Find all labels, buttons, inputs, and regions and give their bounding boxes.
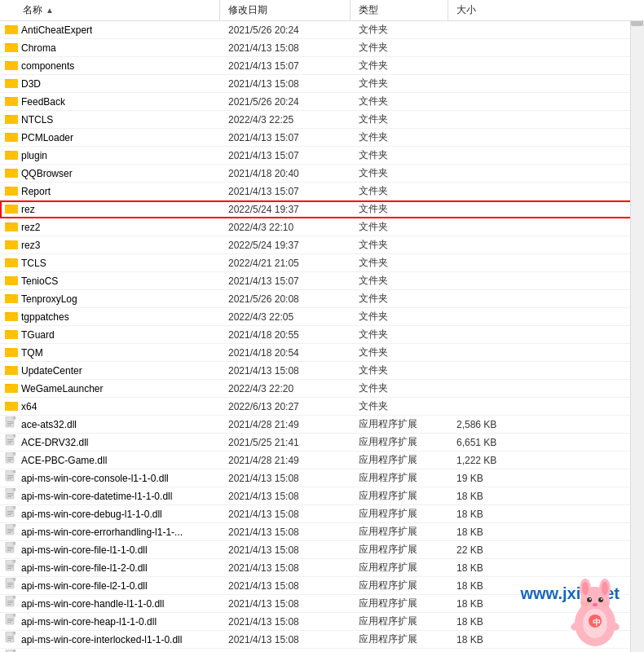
- col-name-header[interactable]: 名称 ▲: [0, 0, 220, 20]
- table-header: 名称 ▲ 修改日期 类型 大小: [0, 0, 644, 21]
- cell-date: 2021/4/13 15:07: [220, 150, 351, 161]
- col-type-header[interactable]: 类型: [351, 0, 448, 20]
- file-name-label: TenproxyLog: [21, 293, 77, 305]
- table-row[interactable]: PCMLoader 2021/4/13 15:07 文件夹: [0, 129, 644, 147]
- file-name-label: Report: [21, 186, 51, 197]
- cell-size: 2,586 KB: [448, 419, 644, 430]
- svg-point-127: [589, 598, 591, 600]
- cell-type: 文件夹: [351, 202, 448, 216]
- cell-size: 18 KB: [448, 491, 644, 502]
- file-name-label: ACE-DRV32.dll: [21, 437, 88, 448]
- file-name-label: api-ms-win-core-debug-l1-1-0.dll: [21, 509, 162, 520]
- file-name-label: api-ms-win-core-file-l1-2-0.dll: [21, 562, 148, 574]
- cell-date: 2021/4/13 15:08: [220, 78, 351, 90]
- cell-name: ACE-PBC-Game.dll: [0, 452, 220, 469]
- file-icon: [5, 560, 18, 575]
- file-icon: [5, 578, 18, 593]
- folder-icon: [5, 166, 18, 180]
- svg-point-126: [598, 597, 603, 602]
- svg-rect-48: [7, 425, 11, 425]
- table-row[interactable]: TGuard 2021/4/18 20:55 文件夹: [0, 326, 644, 344]
- table-row[interactable]: TenioCS 2021/4/13 15:07 文件夹: [0, 272, 644, 290]
- cell-name: WeGameLauncher: [0, 380, 220, 397]
- cell-date: 2022/4/21 21:05: [220, 258, 351, 269]
- file-name-label: plugin: [21, 150, 47, 161]
- file-name-label: UpdateCenter: [21, 365, 82, 377]
- cell-date: 2021/4/28 21:49: [220, 455, 351, 466]
- cell-type: 文件夹: [351, 148, 448, 162]
- table-row[interactable]: TenproxyLog 2021/5/26 20:08 文件夹: [0, 290, 644, 308]
- svg-point-130: [581, 601, 589, 606]
- cell-type: 应用程序扩展: [351, 435, 448, 449]
- svg-rect-66: [7, 493, 13, 494]
- table-row[interactable]: Chroma 2021/4/13 15:08 文件夹: [0, 39, 644, 57]
- cell-date: 2021/5/25 21:41: [220, 437, 351, 448]
- cell-date: 2022/4/3 22:10: [220, 222, 351, 233]
- cell-name: api-ms-win-core-console-l1-1-0.dll: [0, 469, 220, 487]
- folder-icon: [5, 77, 18, 90]
- table-row[interactable]: NTCLS 2022/4/3 22:25 文件夹: [0, 111, 644, 129]
- file-name-label: D3D: [21, 78, 41, 90]
- table-row[interactable]: api-ms-win-core-errorhandling-l1-1-... 2…: [0, 523, 644, 541]
- file-name-label: TenioCS: [21, 275, 58, 287]
- table-row[interactable]: api-ms-win-core-file-l1-2-0.dll 2021/4/1…: [0, 559, 644, 577]
- cell-size: 18 KB: [448, 509, 644, 520]
- table-row[interactable]: TCLS 2022/4/21 21:05 文件夹: [0, 254, 644, 272]
- table-row[interactable]: ACE-DRV32.dll 2021/5/25 21:41 应用程序扩展 6,6…: [0, 434, 644, 452]
- table-row[interactable]: api-ms-win-core-console-l1-1-0.dll 2021/…: [0, 469, 644, 487]
- svg-rect-103: [7, 622, 11, 623]
- table-row[interactable]: api-ms-win-core-file-l2-1-0.dll 2021/4/1…: [0, 577, 644, 595]
- table-row[interactable]: UpdateCenter 2021/4/13 15:08 文件夹: [0, 362, 644, 380]
- table-row[interactable]: api-ms-win-core-file-l1-1-0.dll 2021/4/1…: [0, 541, 644, 559]
- svg-rect-52: [7, 441, 13, 442]
- table-row[interactable]: QQBrowser 2021/4/18 20:40 文件夹: [0, 165, 644, 183]
- svg-rect-81: [7, 547, 13, 548]
- table-row[interactable]: api-ms-win-core-handle-l1-1-0.dll 2021/4…: [0, 595, 644, 613]
- svg-point-131: [601, 601, 609, 606]
- cell-name: TCLS: [0, 254, 220, 271]
- cell-type: 应用程序扩展: [351, 579, 448, 593]
- table-row[interactable]: rez 2022/5/24 19:37 文件夹: [0, 200, 644, 218]
- table-row[interactable]: rez3 2022/5/24 19:37 文件夹: [0, 236, 644, 254]
- svg-text:中: 中: [593, 618, 601, 627]
- table-row[interactable]: FeedBack 2021/5/26 20:24 文件夹: [0, 93, 644, 111]
- table-row[interactable]: api-ms-win-core-datetime-l1-1-0.dll 2021…: [0, 487, 644, 505]
- svg-rect-87: [7, 566, 13, 567]
- svg-rect-83: [7, 550, 11, 551]
- cell-type: 文件夹: [351, 363, 448, 377]
- table-row[interactable]: api-ms-win-core-heap-l1-1-0.dll 2021/4/1…: [0, 613, 644, 631]
- table-row[interactable]: AntiCheatExpert 2021/5/26 20:24 文件夹: [0, 21, 644, 39]
- table-row[interactable]: Report 2021/4/13 15:07 文件夹: [0, 183, 644, 200]
- cell-type: 应用程序扩展: [351, 632, 448, 646]
- folder-icon: [5, 184, 18, 198]
- table-row[interactable]: ACE-PBC-Game.dll 2021/4/28 21:49 应用程序扩展 …: [0, 452, 644, 469]
- cell-type: 文件夹: [351, 274, 448, 288]
- table-row[interactable]: plugin 2021/4/13 15:07 文件夹: [0, 147, 644, 165]
- col-date-header[interactable]: 修改日期: [220, 0, 351, 20]
- svg-rect-71: [7, 511, 13, 512]
- cell-date: 2022/4/3 22:05: [220, 311, 351, 323]
- folder-icon: [5, 23, 18, 37]
- table-row[interactable]: ace-ats32.dll 2021/4/28 21:49 应用程序扩展 2,5…: [0, 416, 644, 434]
- table-row[interactable]: WeGameLauncher 2022/4/3 22:20 文件夹: [0, 380, 644, 398]
- folder-icon: [5, 328, 18, 341]
- table-row[interactable]: api-ms-win-core-interlocked-l1-1-0.dll 2…: [0, 631, 644, 649]
- cell-name: rez: [0, 200, 220, 218]
- table-row[interactable]: api-ms-win-core-libraryloader-l1-1-0-...…: [0, 649, 644, 652]
- table-row[interactable]: D3D 2021/4/13 15:08 文件夹: [0, 75, 644, 93]
- file-name-label: WeGameLauncher: [21, 383, 104, 394]
- cell-date: 2021/4/13 15:08: [220, 544, 351, 556]
- col-date-label: 修改日期: [228, 3, 267, 17]
- cell-date: 2022/6/13 20:27: [220, 401, 351, 412]
- table-row[interactable]: components 2021/4/13 15:07 文件夹: [0, 57, 644, 75]
- table-row[interactable]: api-ms-win-core-debug-l1-1-0.dll 2021/4/…: [0, 505, 644, 523]
- file-list: AntiCheatExpert 2021/5/26 20:24 文件夹 Chro…: [0, 21, 644, 652]
- col-size-header[interactable]: 大小: [448, 0, 644, 20]
- svg-rect-76: [7, 529, 13, 530]
- file-name-label: TGuard: [21, 329, 55, 341]
- table-row[interactable]: rez2 2022/4/3 22:10 文件夹: [0, 218, 644, 236]
- scrollbar[interactable]: [630, 0, 644, 652]
- table-row[interactable]: TQM 2021/4/18 20:54 文件夹: [0, 344, 644, 362]
- table-row[interactable]: tgppatches 2022/4/3 22:05 文件夹: [0, 308, 644, 326]
- table-row[interactable]: x64 2022/6/13 20:27 文件夹: [0, 398, 644, 416]
